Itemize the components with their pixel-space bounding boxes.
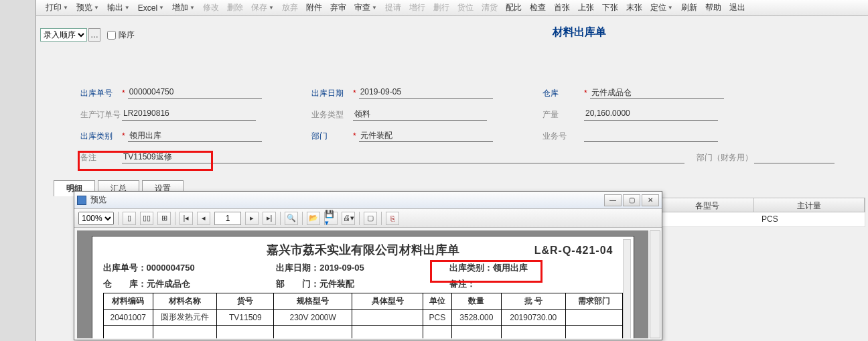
print-out-date: 出库日期：2019-09-05 [276, 262, 449, 274]
close-button[interactable]: ✕ [642, 194, 659, 206]
print-td [352, 310, 423, 326]
toolbar-20[interactable]: 上张 [574, 1, 598, 15]
descending-checkbox[interactable] [107, 31, 116, 40]
preview-page: 嘉兴市荔禾实业有限公司材料出库单 L&R-Q-421-04 出库单号：00000… [92, 236, 634, 338]
dept-fin-label: 部门（财务用） [697, 152, 753, 163]
first-page-button[interactable]: |◂ [179, 212, 193, 225]
minimize-button[interactable]: — [604, 194, 622, 206]
toolbar-12: 提请 [381, 1, 405, 15]
preview-titlebar[interactable]: 预览 — ▢ ✕ [74, 192, 662, 209]
toolbar-22[interactable]: 末张 [622, 1, 646, 15]
grid-header-peek: 各型号 主计量 [660, 198, 865, 212]
single-page-icon[interactable]: ▯ [123, 212, 136, 225]
toolbar-24[interactable]: 刷新 [677, 1, 701, 15]
out-kind-label: 出库类别 [80, 131, 121, 142]
print-td: TV11509 [217, 310, 274, 326]
dept-label: 部门 [311, 131, 352, 142]
dept-value[interactable]: 元件装配 [359, 130, 493, 142]
print-out-kind: 出库类别：领用出库 [449, 262, 623, 274]
page-inner-scrollbar[interactable] [623, 239, 631, 338]
print-remark: 备注： [449, 278, 623, 290]
preview-scrollbar[interactable] [650, 230, 660, 338]
toolbar-5: 修改 [199, 1, 223, 15]
toolbar-26[interactable]: 退出 [725, 1, 749, 15]
prod-order-value[interactable]: LR20190816 [122, 109, 256, 121]
descending-label: 降序 [119, 29, 135, 41]
multi-page-icon[interactable]: ⊞ [157, 212, 171, 225]
last-page-button[interactable]: ▸| [263, 212, 276, 225]
next-page-button[interactable]: ▸ [245, 212, 259, 225]
zoom-select[interactable]: 100% [78, 212, 114, 225]
grid-col-model: 各型号 [660, 198, 754, 212]
toolbar-16: 清货 [478, 1, 502, 15]
order-ellipsis-button[interactable]: … [88, 28, 100, 42]
maximize-button[interactable]: ▢ [623, 194, 640, 206]
toolbar-8: 放弃 [278, 1, 302, 15]
exit-icon[interactable]: ⎘ [386, 212, 399, 225]
preview-window: 预览 — ▢ ✕ 100% ▯ ▯▯ ⊞ |◂ ◂ ▸ ▸| 🔍 📂 💾▾ 🖨▾… [74, 191, 662, 340]
toolbar-0[interactable]: 打印▼ [42, 1, 72, 15]
print-td: 20401007 [103, 310, 153, 326]
toolbar-2[interactable]: 输出▼ [103, 1, 134, 15]
form-area: 出库单号* 0000004750 出库日期* 2019-09-05 仓库* 元件… [80, 87, 861, 173]
out-kind-value[interactable]: 领用出库 [128, 130, 262, 142]
toolbar-18[interactable]: 检查 [526, 1, 550, 15]
print-th: 单位 [423, 293, 451, 310]
preview-title-text: 预览 [90, 194, 106, 206]
biz-no-value[interactable] [584, 130, 718, 142]
facing-pages-icon[interactable]: ▯▯ [140, 212, 153, 225]
biz-type-label: 业务类型 [311, 109, 352, 121]
toolbar-23[interactable]: 定位▼ [646, 1, 677, 15]
toolbar-25[interactable]: 帮助 [701, 1, 725, 15]
preview-canvas[interactable]: 嘉兴市荔禾实业有限公司材料出库单 L&R-Q-421-04 出库单号：00000… [77, 230, 648, 338]
toolbar-11[interactable]: 审查▼ [350, 1, 381, 15]
preview-toolbar: 100% ▯ ▯▯ ⊞ |◂ ◂ ▸ ▸| 🔍 📂 💾▾ 🖨▾ ▢ ⎘ [74, 209, 662, 228]
toolbar-4[interactable]: 增加▼ [168, 1, 199, 15]
toolbar-13: 增行 [405, 1, 429, 15]
page-num-input[interactable] [214, 212, 241, 225]
print-td: 圆形发热元件 [153, 310, 217, 326]
warehouse-label: 仓库 [542, 88, 583, 99]
qty-value[interactable]: 20,160.0000 [584, 109, 718, 121]
print-th: 数量 [451, 293, 501, 310]
toolbar-7: 保存▼ [247, 1, 278, 15]
toolbar-21[interactable]: 下张 [598, 1, 622, 15]
toolbar-14: 删行 [429, 1, 453, 15]
dept-fin-value[interactable] [754, 151, 835, 163]
toolbar-3[interactable]: Excel▼ [134, 1, 168, 15]
toolbar-19[interactable]: 首张 [550, 1, 574, 15]
print-th: 规格型号 [274, 293, 352, 310]
biz-type-value[interactable]: 领料 [353, 109, 487, 121]
print-warehouse: 仓 库：元件成品仓 [103, 278, 277, 290]
print-icon[interactable]: 🖨▾ [342, 212, 355, 225]
print-td: 20190730.00 [501, 310, 565, 326]
print-th: 材料名称 [153, 293, 217, 310]
biz-no-label: 业务号 [542, 131, 583, 142]
search-icon[interactable]: 🔍 [285, 212, 298, 225]
remark-value[interactable]: TV11509返修 [122, 151, 684, 163]
out-date-value[interactable]: 2019-09-05 [359, 87, 493, 99]
print-th: 批 号 [501, 293, 565, 310]
toolbar-9[interactable]: 附件 [302, 1, 326, 15]
toolbar-15: 货位 [453, 1, 478, 15]
print-th: 材料编码 [103, 293, 153, 310]
out-date-label: 出库日期 [311, 88, 352, 99]
save-icon[interactable]: 💾▾ [324, 212, 338, 225]
print-td: PCS [423, 310, 451, 326]
open-icon[interactable]: 📂 [307, 212, 320, 225]
toolbar-1[interactable]: 预览▼ [72, 1, 103, 15]
order-select[interactable]: 录入顺序 [40, 28, 87, 42]
prev-page-button[interactable]: ◂ [197, 212, 210, 225]
prod-order-label: 生产订单号 [80, 109, 121, 121]
sub-toolbar: 录入顺序 … 降序 [40, 27, 868, 43]
print-td [565, 310, 622, 326]
page-setup-icon[interactable]: ▢ [364, 212, 377, 225]
qty-label: 产量 [542, 109, 583, 121]
warehouse-value[interactable]: 元件成品仓 [590, 87, 724, 99]
toolbar-10[interactable]: 弃审 [326, 1, 350, 15]
toolbar-17[interactable]: 配比 [502, 1, 526, 15]
print-out-no: 出库单号：0000004750 [103, 262, 277, 274]
out-no-label: 出库单号 [80, 88, 121, 99]
out-no-value[interactable]: 0000004750 [128, 87, 262, 99]
required-mark: * [122, 88, 125, 98]
